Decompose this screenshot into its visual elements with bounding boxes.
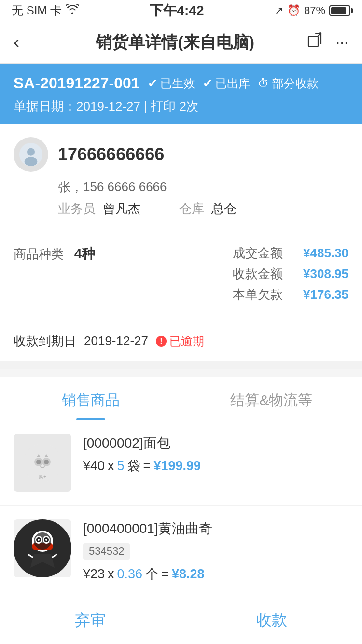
price-base-2: ¥23 xyxy=(83,567,105,582)
section-divider xyxy=(0,361,362,369)
badge-effective: ✔ 已生效 xyxy=(148,76,195,91)
due-date-label: 收款到期日 xyxy=(14,333,76,350)
customer-name-phone: 张，156 6666 6666 xyxy=(14,179,348,196)
tab-settlement[interactable]: 结算&物流等 xyxy=(181,377,362,420)
wifi-icon xyxy=(66,4,79,17)
status-bar: 无 SIM 卡 下午4:42 ↗ ⏰ 87% xyxy=(0,0,362,21)
due-date-section: 收款到期日 2019-12-27 ! 已逾期 xyxy=(0,321,362,361)
order-header-top: SA-20191227-001 ✔ 已生效 ✔ 已出库 ⏱ 部分收款 xyxy=(14,74,348,92)
product-price-2: ¥23 x 0.36 个 = ¥8.28 xyxy=(83,565,348,583)
price-qty-1: 5 xyxy=(117,459,125,474)
bottom-bar: 弃审 收款 xyxy=(0,596,362,644)
svg-point-7 xyxy=(36,460,41,464)
warehouse-label: 仓库 xyxy=(179,201,204,216)
list-item: 奥+ [0000002]面包 ¥40 x 5 袋 = ¥199.99 xyxy=(0,420,362,506)
product-name-2: [000400001]黄油曲奇 xyxy=(83,519,348,538)
alarm-icon: ⏰ xyxy=(287,4,300,17)
product-name-1: [0000002]面包 xyxy=(83,434,348,452)
status-time: 下午4:42 xyxy=(150,1,204,20)
due-row: 本单欠款 ¥176.35 xyxy=(233,286,348,303)
product-type-label: 商品种类 xyxy=(14,247,64,261)
received-label: 收款金额 xyxy=(233,266,283,282)
stats-right: 成交金额 ¥485.30 收款金额 ¥308.95 本单欠款 ¥176.35 xyxy=(233,245,348,307)
received-row: 收款金额 ¥308.95 xyxy=(233,266,348,282)
location-icon: ↗ xyxy=(275,4,283,17)
customer-phone: 17666666666 xyxy=(58,144,164,165)
product-info-2: [000400001]黄油曲奇 534532 ¥23 x 0.36 个 = ¥8… xyxy=(83,519,348,583)
page-title: 销货单详情(来自电脑) xyxy=(96,31,254,54)
warehouse-info: 仓库 总仓 xyxy=(179,200,237,217)
order-header: SA-20191227-001 ✔ 已生效 ✔ 已出库 ⏱ 部分收款 单据日期：… xyxy=(0,64,362,124)
amount-label: 成交金额 xyxy=(233,245,283,262)
tabs-section: 销售商品 结算&物流等 奥+ xyxy=(0,377,362,597)
price-unit-2: 个 xyxy=(145,565,158,583)
cancel-review-button[interactable]: 弃审 xyxy=(0,596,181,644)
price-eq-1: = xyxy=(143,459,151,474)
order-id: SA-20191227-001 xyxy=(14,74,140,92)
price-unit-1: 袋 xyxy=(127,457,140,475)
svg-point-18 xyxy=(38,539,40,541)
status-left: 无 SIM 卡 xyxy=(12,3,79,18)
svg-point-19 xyxy=(45,539,47,541)
warehouse-name: 总仓 xyxy=(211,201,237,216)
overdue-badge: ! 已逾期 xyxy=(156,334,204,349)
price-total-2: ¥8.28 xyxy=(172,567,205,582)
list-item: [000400001]黄油曲奇 534532 ¥23 x 0.36 个 = ¥8… xyxy=(0,506,362,597)
customer-meta: 业务员 曾凡杰 仓库 总仓 xyxy=(14,200,348,217)
nav-bar: ‹ 销货单详情(来自电脑) ··· xyxy=(0,21,362,64)
received-value: ¥308.95 xyxy=(291,266,348,281)
amount-row: 成交金额 ¥485.30 xyxy=(233,245,348,262)
amount-value: ¥485.30 xyxy=(291,246,348,261)
svg-point-8 xyxy=(44,460,49,464)
stats-section: 商品种类 4种 成交金额 ¥485.30 收款金额 ¥308.95 本单欠款 ¥… xyxy=(0,231,362,321)
sales-name: 曾凡杰 xyxy=(103,201,140,216)
badge-shipped: ✔ 已出库 xyxy=(203,76,250,91)
due-value: ¥176.35 xyxy=(291,287,348,302)
check-icon1: ✔ xyxy=(148,77,157,90)
stats-left: 商品种类 4种 xyxy=(14,245,95,265)
product-list: 奥+ [0000002]面包 ¥40 x 5 袋 = ¥199.99 xyxy=(0,420,362,597)
product-info-1: [0000002]面包 ¥40 x 5 袋 = ¥199.99 xyxy=(83,434,348,475)
due-label: 本单欠款 xyxy=(233,286,283,303)
battery-text: 87% xyxy=(304,4,325,17)
price-qty-2: 0.36 xyxy=(117,567,143,582)
collect-payment-button[interactable]: 收款 xyxy=(181,596,362,644)
product-sku-2: 534532 xyxy=(83,543,130,560)
tabs-row: 销售商品 结算&物流等 xyxy=(0,377,362,420)
product-thumbnail-2 xyxy=(14,519,71,577)
product-price-1: ¥40 x 5 袋 = ¥199.99 xyxy=(83,457,348,475)
battery-fill xyxy=(331,7,346,14)
back-button[interactable]: ‹ xyxy=(14,32,42,53)
svg-point-3 xyxy=(25,157,38,166)
sales-label: 业务员 xyxy=(58,201,96,216)
check-icon2: ✔ xyxy=(203,77,212,90)
clock-icon: ⏱ xyxy=(258,77,269,90)
customer-section: 17666666666 张，156 6666 6666 业务员 曾凡杰 仓库 总… xyxy=(0,124,362,231)
share-icon[interactable] xyxy=(307,32,324,53)
avatar xyxy=(14,137,48,172)
battery-icon xyxy=(329,5,350,16)
due-date-value: 2019-12-27 xyxy=(84,334,148,349)
customer-top: 17666666666 xyxy=(14,137,348,172)
badge-partial: ⏱ 部分收款 xyxy=(258,76,319,91)
price-base-1: ¥40 xyxy=(83,459,105,474)
tab-sales-products[interactable]: 销售商品 xyxy=(0,377,181,420)
price-total-1: ¥199.99 xyxy=(153,459,201,474)
nav-actions: ··· xyxy=(307,32,348,53)
price-x-2: x xyxy=(108,567,114,582)
svg-text:奥+: 奥+ xyxy=(39,474,46,479)
sales-info: 业务员 曾凡杰 xyxy=(58,200,140,217)
product-thumbnail-1: 奥+ xyxy=(14,434,71,492)
status-right: ↗ ⏰ 87% xyxy=(275,4,350,17)
product-type-item: 商品种类 4种 xyxy=(14,245,95,263)
overdue-text: 已逾期 xyxy=(169,334,204,349)
more-icon[interactable]: ··· xyxy=(335,33,348,51)
order-date-line: 单据日期：2019-12-27 | 打印 2次 xyxy=(14,98,348,115)
svg-point-2 xyxy=(27,148,35,156)
price-eq-2: = xyxy=(161,567,169,582)
svg-rect-0 xyxy=(308,36,318,47)
product-type-value: 4种 xyxy=(74,246,96,261)
carrier-label: 无 SIM 卡 xyxy=(12,3,62,18)
price-x-1: x xyxy=(108,459,114,474)
overdue-icon: ! xyxy=(156,336,167,347)
